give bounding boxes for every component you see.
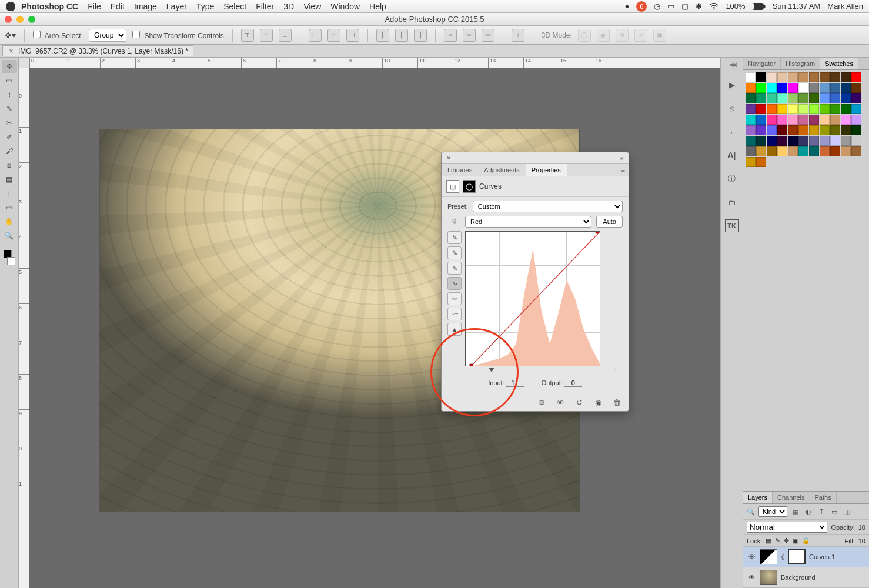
align-hcenter-icon[interactable]: ≡ — [327, 29, 340, 42]
swatch[interactable] — [841, 83, 851, 93]
swatch[interactable] — [798, 115, 808, 125]
swatch[interactable] — [820, 125, 830, 135]
panel-collapse-icon[interactable]: « — [618, 153, 625, 162]
swatch[interactable] — [788, 72, 798, 82]
auto-button[interactable]: Auto — [596, 216, 623, 228]
character-panel-icon[interactable]: A| — [725, 149, 739, 162]
swatch[interactable] — [841, 93, 851, 103]
swatch[interactable] — [788, 136, 798, 146]
swatch[interactable] — [767, 146, 777, 156]
fill-value[interactable]: 10 — [858, 537, 865, 544]
quick-select-tool[interactable]: ✎ — [2, 102, 17, 115]
swatch[interactable] — [809, 93, 819, 103]
swatch[interactable] — [830, 104, 840, 114]
menu-filter[interactable]: Filter — [256, 2, 274, 11]
tab-properties[interactable]: Properties — [526, 164, 567, 176]
swatch[interactable] — [841, 146, 851, 156]
swatch[interactable] — [777, 72, 787, 82]
swatch[interactable] — [756, 125, 766, 135]
swatch[interactable] — [777, 146, 787, 156]
swatch[interactable] — [767, 83, 777, 93]
swatch[interactable] — [851, 104, 861, 114]
swatch[interactable] — [830, 125, 840, 135]
swatch[interactable] — [767, 72, 777, 82]
bluetooth-icon[interactable]: ✱ — [696, 2, 702, 11]
brush-tool[interactable]: 🖌 — [2, 145, 17, 158]
ruler-origin[interactable] — [19, 58, 29, 68]
swatch[interactable] — [746, 104, 756, 114]
hand-tool[interactable]: ✋ — [2, 215, 17, 228]
align-top-icon[interactable]: ⊤ — [241, 29, 254, 42]
blend-mode-dropdown[interactable]: Normal — [747, 522, 827, 533]
lock-pixels-icon[interactable]: ✎ — [775, 537, 780, 544]
swatch[interactable] — [746, 115, 756, 125]
swatch[interactable] — [830, 93, 840, 103]
reset-icon[interactable]: ↺ — [573, 397, 585, 407]
layer-link-icon[interactable]: 𝄞 — [781, 553, 784, 560]
clock-icon[interactable]: ◷ — [654, 2, 660, 11]
actions-panel-icon[interactable]: ▶ — [725, 78, 739, 91]
swatch[interactable] — [851, 136, 861, 146]
channel-dropdown[interactable]: Red — [465, 216, 591, 228]
tab-histogram[interactable]: Histogram — [781, 58, 820, 69]
swatch[interactable] — [788, 125, 798, 135]
airplay-icon[interactable]: ▢ — [681, 2, 688, 11]
targeted-adjustment-icon[interactable]: ☟ — [447, 218, 460, 226]
menu-3d[interactable]: 3D — [283, 2, 294, 11]
preset-dropdown[interactable]: Custom — [473, 201, 623, 212]
opacity-value[interactable]: 10 — [858, 524, 865, 531]
auto-select-dropdown[interactable]: Group — [89, 29, 126, 42]
tab-paths[interactable]: Paths — [810, 492, 837, 503]
apple-menu-icon[interactable] — [6, 2, 15, 11]
close-tab-icon[interactable]: × — [8, 48, 15, 55]
filter-shape-icon[interactable]: ▭ — [830, 507, 839, 516]
crop-tool[interactable]: ✂ — [2, 116, 17, 129]
ruler-vertical[interactable]: 012345678901 — [19, 68, 29, 588]
swatch[interactable] — [820, 72, 830, 82]
menu-layer[interactable]: Layer — [166, 2, 187, 11]
layer-filter-dropdown[interactable]: Kind — [758, 506, 787, 517]
swatch[interactable] — [788, 93, 798, 103]
swatch[interactable] — [851, 83, 861, 93]
swatch[interactable] — [756, 146, 766, 156]
window-close-button[interactable] — [5, 16, 12, 23]
status-dot-icon[interactable]: ● — [625, 2, 630, 11]
visibility-toggle-icon[interactable]: 👁 — [747, 574, 756, 581]
filter-adjust-icon[interactable]: ◐ — [804, 507, 813, 516]
swatch[interactable] — [809, 72, 819, 82]
layer-name[interactable]: Background — [781, 574, 815, 581]
move-tool[interactable]: ✥ — [2, 60, 17, 73]
tab-swatches[interactable]: Swatches — [820, 58, 858, 69]
swatch[interactable] — [746, 146, 756, 156]
black-point-slider[interactable] — [489, 368, 494, 372]
tab-libraries[interactable]: Libraries — [442, 164, 478, 176]
swatch[interactable] — [777, 115, 787, 125]
curves-graph[interactable] — [465, 231, 600, 366]
swatch[interactable] — [767, 136, 777, 146]
eyedropper-gray-icon[interactable]: ✎ — [447, 246, 462, 259]
swatch[interactable] — [777, 83, 787, 93]
swatch[interactable] — [777, 93, 787, 103]
layer-mask-thumb[interactable] — [788, 549, 806, 564]
menu-select[interactable]: Select — [223, 2, 246, 11]
folder-panel-icon[interactable]: 🗀 — [725, 196, 739, 209]
swatch[interactable] — [851, 125, 861, 135]
eyedropper-black-icon[interactable]: ✎ — [447, 231, 462, 244]
menu-image[interactable]: Image — [134, 2, 157, 11]
info-panel-icon[interactable]: ⓘ — [725, 172, 739, 185]
swatch[interactable] — [756, 72, 766, 82]
swatch[interactable] — [841, 125, 851, 135]
app-name[interactable]: Photoshop CC — [21, 2, 78, 11]
swatch[interactable] — [756, 83, 766, 93]
align-bottom-icon[interactable]: ⊥ — [279, 29, 292, 42]
curve-pencil-tool-icon[interactable]: ✏ — [447, 292, 462, 305]
swatch[interactable] — [746, 157, 756, 167]
swatch[interactable] — [777, 136, 787, 146]
swatch[interactable] — [820, 146, 830, 156]
swatch[interactable] — [746, 125, 756, 135]
tab-navigator[interactable]: Navigator — [743, 58, 781, 69]
tab-channels[interactable]: Channels — [773, 492, 810, 503]
swatch[interactable] — [809, 136, 819, 146]
curve-clip-icon[interactable]: ▲ — [447, 323, 462, 336]
wifi-icon[interactable] — [709, 3, 718, 10]
